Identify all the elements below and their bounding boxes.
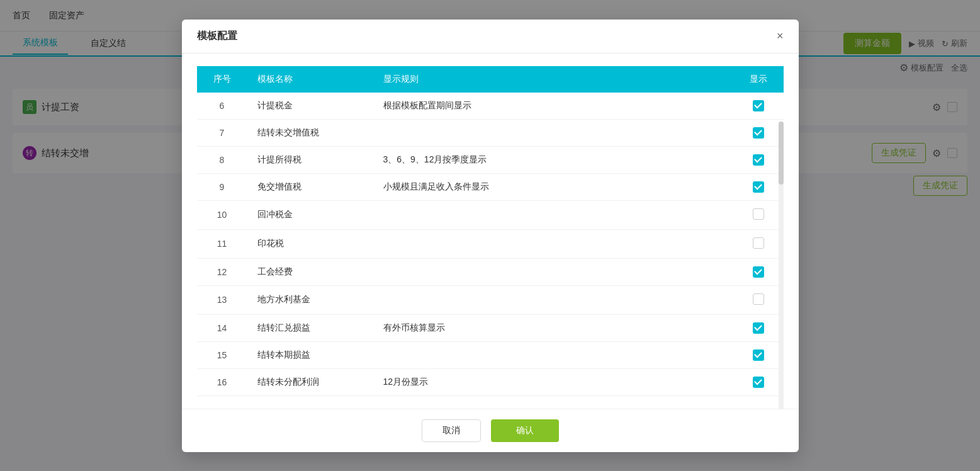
cell-check-10 — [733, 368, 784, 395]
cell-name-8: 结转汇兑损益 — [247, 314, 373, 341]
cell-seq-5: 11 — [197, 229, 247, 258]
scrollbar-track[interactable] — [779, 122, 784, 409]
cell-name-4: 回冲税金 — [247, 200, 373, 229]
modal-header: 模板配置 × — [182, 20, 799, 54]
cell-rule-3: 小规模且满足收入条件显示 — [373, 173, 733, 200]
cell-name-2: 计提所得税 — [247, 146, 373, 173]
modal-overlay: 模板配置 × 序号 模板名称 显示规则 显示 6计提税金根据模板配置期间显 — [0, 0, 980, 471]
cell-name-6: 工会经费 — [247, 258, 373, 285]
checkbox-6[interactable] — [753, 266, 764, 278]
cell-check-6 — [733, 258, 784, 285]
table-header: 序号 模板名称 显示规则 显示 — [197, 66, 784, 93]
checkbox-5[interactable] — [753, 237, 764, 249]
cell-seq-0: 6 — [197, 93, 247, 120]
table-body: 6计提税金根据模板配置期间显示7结转未交增值税8计提所得税3、6、9、12月按季… — [197, 93, 784, 396]
checkbox-2[interactable] — [753, 154, 764, 166]
cell-seq-6: 12 — [197, 258, 247, 285]
col-header-display: 显示 — [733, 66, 784, 93]
modal-close-button[interactable]: × — [777, 30, 784, 42]
scrollbar-thumb[interactable] — [779, 122, 784, 184]
cell-rule-1 — [373, 119, 733, 146]
cancel-button[interactable]: 取消 — [422, 419, 481, 442]
cell-check-4 — [733, 200, 784, 229]
checkbox-3[interactable] — [753, 181, 764, 193]
cell-seq-9: 15 — [197, 341, 247, 368]
config-table: 序号 模板名称 显示规则 显示 6计提税金根据模板配置期间显示7结转未交增值税8… — [197, 66, 784, 396]
modal-body: 序号 模板名称 显示规则 显示 6计提税金根据模板配置期间显示7结转未交增值税8… — [182, 54, 799, 409]
cell-check-1 — [733, 119, 784, 146]
cell-check-2 — [733, 146, 784, 173]
col-header-name: 模板名称 — [247, 66, 373, 93]
table-row: 16结转未分配利润12月份显示 — [197, 368, 784, 395]
cell-seq-4: 10 — [197, 200, 247, 229]
modal-footer: 取消 确认 — [182, 409, 799, 452]
cell-rule-6 — [373, 258, 733, 285]
checkbox-0[interactable] — [753, 100, 764, 111]
cell-rule-8: 有外币核算显示 — [373, 314, 733, 341]
modal-title: 模板配置 — [197, 30, 237, 43]
cell-check-3 — [733, 173, 784, 200]
cell-check-9 — [733, 341, 784, 368]
table-row: 6计提税金根据模板配置期间显示 — [197, 93, 784, 120]
cell-seq-7: 13 — [197, 285, 247, 314]
checkbox-9[interactable] — [753, 349, 764, 361]
table-row: 10回冲税金 — [197, 200, 784, 229]
cell-name-7: 地方水利基金 — [247, 285, 373, 314]
cell-rule-7 — [373, 285, 733, 314]
cell-name-10: 结转未分配利润 — [247, 368, 373, 395]
cell-seq-3: 9 — [197, 173, 247, 200]
cell-rule-10: 12月份显示 — [373, 368, 733, 395]
col-header-rule: 显示规则 — [373, 66, 733, 93]
cell-rule-4 — [373, 200, 733, 229]
cell-check-8 — [733, 314, 784, 341]
confirm-button[interactable]: 确认 — [491, 419, 559, 442]
cell-rule-5 — [373, 229, 733, 258]
table-row: 8计提所得税3、6、9、12月按季度显示 — [197, 146, 784, 173]
checkbox-8[interactable] — [753, 322, 764, 334]
table-row: 13地方水利基金 — [197, 285, 784, 314]
cell-name-0: 计提税金 — [247, 93, 373, 120]
table-row: 7结转未交增值税 — [197, 119, 784, 146]
cell-seq-1: 7 — [197, 119, 247, 146]
checkbox-10[interactable] — [753, 377, 764, 388]
cell-name-1: 结转未交增值税 — [247, 119, 373, 146]
checkbox-4[interactable] — [753, 208, 764, 220]
checkbox-7[interactable] — [753, 293, 764, 305]
cell-name-9: 结转本期损益 — [247, 341, 373, 368]
cell-rule-0: 根据模板配置期间显示 — [373, 93, 733, 120]
cell-seq-8: 14 — [197, 314, 247, 341]
cell-check-7 — [733, 285, 784, 314]
col-header-seq: 序号 — [197, 66, 247, 93]
cell-rule-9 — [373, 341, 733, 368]
table-row: 11印花税 — [197, 229, 784, 258]
cell-name-5: 印花税 — [247, 229, 373, 258]
cell-name-3: 免交增值税 — [247, 173, 373, 200]
table-row: 12工会经费 — [197, 258, 784, 285]
table-row: 9免交增值税小规模且满足收入条件显示 — [197, 173, 784, 200]
table-row: 14结转汇兑损益有外币核算显示 — [197, 314, 784, 341]
cell-check-0 — [733, 93, 784, 120]
cell-rule-2: 3、6、9、12月按季度显示 — [373, 146, 733, 173]
cell-seq-2: 8 — [197, 146, 247, 173]
cell-seq-10: 16 — [197, 368, 247, 395]
table-row: 15结转本期损益 — [197, 341, 784, 368]
cell-check-5 — [733, 229, 784, 258]
template-config-modal: 模板配置 × 序号 模板名称 显示规则 显示 6计提税金根据模板配置期间显 — [182, 20, 799, 452]
checkbox-1[interactable] — [753, 127, 764, 139]
